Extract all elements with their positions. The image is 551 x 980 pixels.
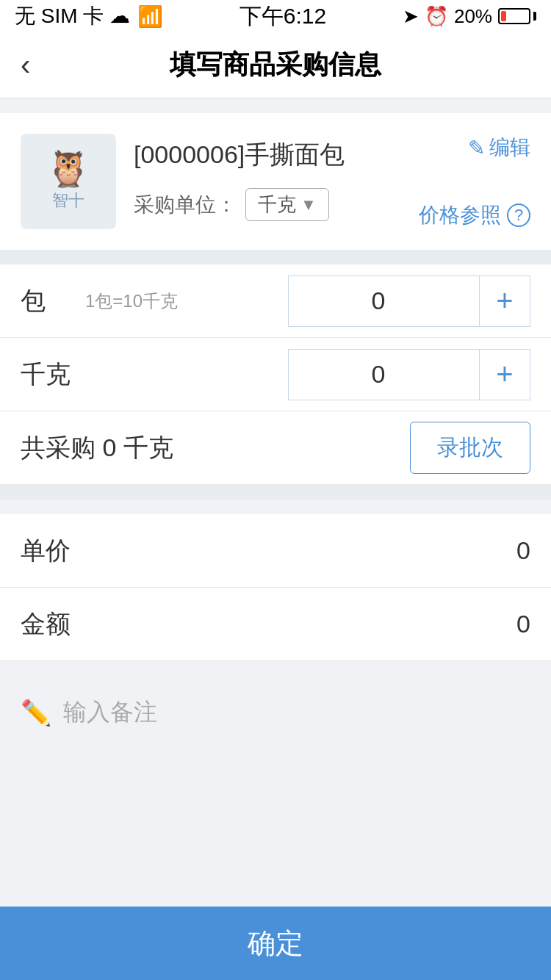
kg-input-control: + (288, 349, 530, 400)
help-icon: ? (507, 203, 530, 227)
bag-plus-button[interactable]: + (479, 275, 530, 327)
total-label: 共采购 0 千克 (21, 431, 410, 465)
status-bar: 无 SIM 卡 ☁ 📶 下午6:12 ➤ ⏰ 20% (0, 0, 551, 32)
wifi-icon: 📶 (137, 4, 163, 29)
unit-selector[interactable]: 千克 ▼ (245, 188, 329, 221)
battery-percent: 20% (454, 5, 492, 28)
price-section: 单价 0 金额 0 (0, 514, 551, 661)
product-image: 🦉 智十 (21, 134, 116, 229)
back-button[interactable]: ‹ (21, 48, 30, 82)
location-icon: ➤ (403, 5, 419, 28)
price-ref-button[interactable]: 价格参照 ? (419, 201, 530, 229)
nav-bar: ‹ 填写商品采购信息 (0, 32, 551, 98)
edit-label: 编辑 (489, 134, 530, 162)
no-sim-text: 无 SIM 卡 ☁ (15, 2, 130, 30)
confirm-button[interactable]: 确定 (0, 907, 551, 980)
input-section: 包 1包=10千克 + 千克 + 共采购 0 千克 录批次 (0, 264, 551, 485)
unit-price-value: 0 (516, 536, 530, 565)
kg-label: 千克 (21, 358, 79, 392)
amount-value: 0 (516, 610, 530, 638)
section-divider-1 (0, 250, 551, 264)
amount-label: 金额 (21, 608, 516, 641)
kg-input-row: 千克 + (0, 338, 551, 411)
unit-label: 采购单位： (134, 191, 237, 219)
status-left: 无 SIM 卡 ☁ 📶 (15, 2, 163, 30)
status-right: ➤ ⏰ 20% (403, 5, 536, 28)
status-time: 下午6:12 (240, 1, 326, 32)
chevron-down-icon: ▼ (300, 195, 317, 215)
edit-icon: ✎ (468, 136, 485, 160)
bag-input-row: 包 1包=10千克 + (0, 264, 551, 338)
record-batch-button[interactable]: 录批次 (410, 422, 530, 474)
price-ref-label: 价格参照 (419, 201, 501, 229)
kg-input[interactable] (288, 349, 479, 400)
kg-plus-button[interactable]: + (479, 349, 530, 400)
page-title: 填写商品采购信息 (170, 47, 381, 83)
battery-icon (498, 8, 536, 24)
bag-input-control: + (288, 275, 530, 327)
product-logo-icon: 🦉 (46, 151, 90, 187)
bag-sublabel: 1包=10千克 (85, 289, 288, 313)
unit-price-label: 单价 (21, 534, 516, 568)
bag-label: 包 (21, 284, 79, 318)
unit-value: 千克 (258, 192, 296, 217)
bag-input[interactable] (288, 275, 479, 327)
note-section[interactable]: ✏️ 输入备注 (0, 676, 551, 749)
product-logo-text: 智十 (52, 190, 84, 212)
product-card: 🦉 智十 [0000006]手撕面包 采购单位： 千克 ▼ ✎ 编辑 价格参照 … (0, 113, 551, 250)
total-row: 共采购 0 千克 录批次 (0, 411, 551, 485)
edit-button[interactable]: ✎ 编辑 (468, 134, 530, 162)
unit-price-row: 单价 0 (0, 514, 551, 588)
section-divider-2 (0, 485, 551, 500)
alarm-icon: ⏰ (425, 5, 448, 28)
note-placeholder-text: 输入备注 (63, 696, 157, 729)
amount-row: 金额 0 (0, 588, 551, 661)
pencil-icon: ✏️ (21, 698, 51, 727)
